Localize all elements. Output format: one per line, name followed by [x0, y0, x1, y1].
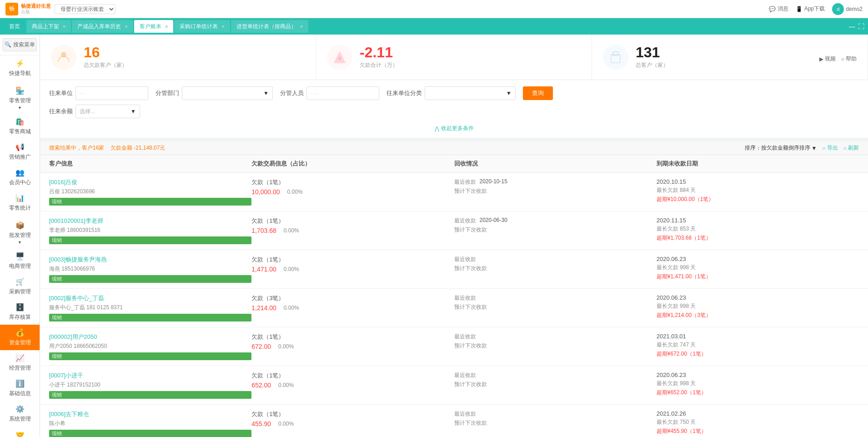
app-download-button[interactable]: 📱 App下载 — [796, 5, 825, 13]
debt-amount-5: 652.00 — [251, 382, 271, 389]
sort-label: 排序：按欠款金额倒序排序 — [745, 144, 810, 152]
close-tab-purchase-stats[interactable]: × — [221, 24, 224, 29]
overdue-date-2: 2020.06.23 — [657, 256, 859, 262]
maximize-window-icon[interactable]: ⛶ — [858, 23, 864, 30]
filter-area: 往来单位 ··· 分管部门 ▼ 分管人员 — [40, 80, 868, 138]
sidebar-item-capital-mgmt[interactable]: 💰 资金管理 — [0, 325, 40, 350]
search-menu-button[interactable]: 🔍 搜索菜单 — [3, 38, 37, 51]
recovery-date-0: 2020-10-15 — [480, 178, 507, 186]
customer-name-2[interactable]: [0003]畅捷服务尹海燕 — [49, 256, 251, 264]
overdue-amount-2[interactable]: 超期¥1,471.00（1笔） — [657, 273, 859, 281]
sidebar-item-member-center[interactable]: 👥 会员中心 — [0, 165, 40, 190]
overdue-amount-0[interactable]: 超期¥10,000.00（1笔） — [657, 196, 859, 203]
unit-category-label: 往来单位分类 — [386, 89, 422, 97]
minimize-window-icon[interactable]: — — [849, 23, 855, 30]
overdue-amount-5[interactable]: 超期¥652.00（1笔） — [657, 389, 859, 397]
company-selector[interactable]: 母婴行业演示账套 — [55, 4, 115, 14]
customer-name-1[interactable]: [0001020001]李老师 — [49, 217, 251, 225]
sidebar: 🔍 搜索菜单 ⚡ 快捷导航 🏪 零售管理 ▼ 🛍️ 零售商城 📢 营销推广 — [0, 35, 40, 437]
tab-customer-account[interactable]: 客户账本 × — [134, 20, 173, 33]
close-tab-product-listing[interactable]: × — [63, 24, 65, 29]
help-button[interactable]: ○ 帮助 — [841, 55, 857, 63]
close-tab-customer-account[interactable]: × — [165, 24, 168, 29]
from-unit-label: 往来单位 — [49, 89, 73, 97]
overdue-amount-6[interactable]: 超期¥455.90（1笔） — [657, 427, 859, 435]
table-row: [0003]畅捷服务尹海燕 海燕 18513066976 现销 欠款（1笔） 1… — [40, 250, 868, 289]
col-header-debt: 欠款交易信息（占比） — [251, 160, 454, 168]
sidebar-item-batch-mgmt[interactable]: 📦 批发管理 ▼ — [0, 217, 40, 248]
debt-amount-6: 455.90 — [251, 420, 271, 427]
sidebar-search-area: 🔍 搜索菜单 — [0, 35, 40, 55]
overdue-amount-3[interactable]: 超期¥1,214.00（3笔） — [657, 311, 859, 319]
unit-category-select[interactable]: ▼ — [425, 86, 516, 100]
recovery-info-1: 最近收款 2020-06-30 预计下次收款 — [454, 217, 657, 234]
close-tab-import-stats[interactable]: × — [300, 24, 303, 29]
col-header-recovery: 回收情况 — [454, 160, 657, 168]
video-help-area: ▶ 视频 ○ 帮助 — [819, 51, 857, 63]
overdue-date-4: 2021.03.01 — [657, 333, 859, 340]
customer-name-0[interactable]: [0016]吕俊 — [49, 178, 251, 186]
overdue-days-0: 最长欠款 884 天 — [657, 186, 859, 194]
sidebar-item-purchase-mgmt[interactable]: 🛒 采购管理 — [0, 274, 40, 299]
ecommerce-icon: 🖥️ — [15, 252, 25, 261]
collapse-filters-button[interactable]: ⋀ 收起更多条件 — [49, 123, 859, 134]
close-tab-product-history[interactable]: × — [125, 24, 127, 29]
tab-home[interactable]: 首页 — [4, 20, 25, 33]
sidebar-item-inventory-check[interactable]: 🗄️ 库存核算 — [0, 299, 40, 325]
customer-name-4[interactable]: [000002]用户2050 — [49, 333, 251, 341]
debt-pct-0: 0.00% — [287, 189, 303, 195]
phone-icon: 📱 — [796, 6, 803, 12]
tab-product-history[interactable]: 产成品入库单历史 × — [72, 20, 133, 33]
total-customers-label: 总客户（家） — [636, 61, 668, 69]
customer-name-5[interactable]: [0007]小进干 — [49, 372, 251, 380]
stat-block-total-debt: ¥ -2.11 欠款合计（万） — [316, 35, 592, 80]
customer-tag-4: 现销 — [49, 352, 251, 360]
customer-name-6[interactable]: [0006]去下粮仓 — [49, 410, 251, 418]
help-icon: ○ — [841, 56, 844, 62]
svg-rect-4 — [613, 52, 618, 55]
sidebar-item-base-info[interactable]: ℹ️ 基础信息 — [0, 376, 40, 401]
sidebar-item-operations-mgmt[interactable]: 📈 经营管理 — [0, 350, 40, 376]
stat-block-total-customers: 131 总客户（家） ▶ 视频 ○ 帮助 — [592, 35, 868, 80]
search-button[interactable]: 查询 — [523, 86, 553, 100]
video-button[interactable]: ▶ 视频 — [819, 55, 836, 63]
sidebar-item-retail-mall[interactable]: 🛍️ 零售商城 — [0, 114, 40, 139]
svg-text:¥: ¥ — [338, 55, 341, 61]
sidebar-item-ecommerce-mgmt[interactable]: 🖥️ 电商管理 — [0, 248, 40, 274]
customer-name-3[interactable]: [0002]服务中心_丁磊 — [49, 294, 251, 302]
debt-info-6: 欠款（1笔） 455.90 0.00% — [251, 410, 454, 427]
table-row: [0016]吕俊 吕俊 13026203696 现销 欠款（1笔） 10,000… — [40, 173, 868, 211]
total-debt-label: 欠款合计（万） — [360, 61, 398, 69]
overdue-amount-1[interactable]: 超期¥1,703.68（1笔） — [657, 234, 859, 242]
message-button[interactable]: 💬 消息 — [769, 5, 788, 13]
sidebar-item-retail-mgmt[interactable]: 🏪 零售管理 ▼ — [0, 83, 40, 114]
tab-purchase-stats[interactable]: 采购订单统计表 × — [174, 20, 230, 33]
sidebar-item-enterprise-collab[interactable]: 🤝 企业协同 — [0, 427, 40, 437]
table-row: [0006]去下粮仓 陈小希 现销 欠款（1笔） 455.90 0.00% 最 — [40, 405, 868, 437]
overdue-days-5: 最长欠款 998 天 — [657, 380, 859, 387]
overdue-info-1: 2020.11.15 最长欠款 853 天 超期¥1,703.68（1笔） — [657, 217, 859, 242]
sidebar-item-system-mgmt[interactable]: ⚙️ 系统管理 — [0, 401, 40, 427]
sidebar-item-quick-nav[interactable]: ⚡ 快捷导航 — [0, 55, 40, 81]
debt-info-2: 欠款（1笔） 1,471.00 0.00% — [251, 256, 454, 273]
from-unit-input[interactable]: ··· — [75, 86, 148, 100]
person-input[interactable]: ··· — [306, 86, 379, 100]
user-profile[interactable]: d demo2 — [832, 3, 863, 15]
dept-filter: 分管部门 ▼ — [156, 86, 273, 100]
sidebar-item-retail-stats[interactable]: 📊 零售统计 — [0, 190, 40, 216]
tab-import-stats[interactable]: 进货单统计表（按商品） × — [231, 20, 308, 33]
export-button[interactable]: ○ 导出 — [823, 144, 838, 152]
search-icon: 🔍 — [5, 41, 11, 48]
overdue-date-1: 2020.11.15 — [657, 217, 859, 224]
sort-selector[interactable]: 排序：按欠款金额倒序排序 ▼ — [745, 144, 817, 152]
overdue-amount-4[interactable]: 超期¥672.00（1笔） — [657, 350, 859, 358]
dept-select[interactable]: ▼ — [182, 86, 273, 100]
product-tag: 云版 — [21, 9, 51, 15]
balance-select[interactable]: 选择... ▼ — [75, 105, 140, 118]
tab-product-listing[interactable]: 商品上下架 × — [26, 20, 71, 33]
main-content: 16 总欠款客户（家） ¥ -2.11 欠款合计（万） — [40, 35, 868, 437]
refresh-button[interactable]: ○ 刷新 — [843, 144, 859, 152]
overdue-days-6: 最长欠款 750 天 — [657, 418, 859, 426]
sidebar-item-marketing[interactable]: 📢 营销推广 — [0, 139, 40, 165]
debt-count-1: 欠款（1笔） — [251, 217, 454, 225]
